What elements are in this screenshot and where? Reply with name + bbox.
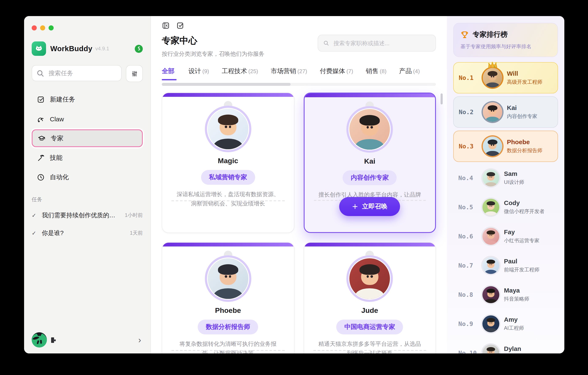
leaderboard-panel: 专家排行榜 基于专家使用频率与好评率排名 No.1 Will高级开发工程师 No… xyxy=(447,16,564,353)
leaderboard-role: 数据分析报告师 xyxy=(507,147,542,154)
vertical-scrollbar-thumb[interactable] xyxy=(441,93,443,104)
checkbox-icon xyxy=(37,95,45,103)
card-divider xyxy=(313,350,426,351)
tab-design[interactable]: 设计(9) xyxy=(189,67,209,80)
expert-card-jude[interactable]: Jude 中国电商运营专家 精通天猫京东拼多多等平台运营，从选品到爆款一站式操盘 xyxy=(304,242,436,353)
leaderboard-role: AI工程师 xyxy=(504,325,524,332)
card-pin xyxy=(366,251,374,259)
expert-role-badge: 中国电商运营专家 xyxy=(336,320,403,334)
sidebar-nav: 新建任务 Claw 专家 技能 自动化 xyxy=(32,90,143,186)
tab-paid-media[interactable]: 付费媒体(7) xyxy=(320,67,353,80)
rank-label: No.1 xyxy=(459,74,478,81)
leaderboard-avatar xyxy=(483,228,499,245)
card-divider xyxy=(171,350,284,351)
page-subtitle: 按行业分类浏览专家，召唤他们为你服务 xyxy=(162,50,264,58)
tab-engineering[interactable]: 工程技术(25) xyxy=(222,67,258,80)
zoom-button[interactable] xyxy=(49,25,54,31)
leaderboard-role: 内容创作专家 xyxy=(507,113,537,120)
task-search-input[interactable] xyxy=(48,69,117,77)
leaderboard-row-8[interactable]: No.8 Maya抖音策略师 xyxy=(453,282,558,308)
tab-product[interactable]: 产品(4) xyxy=(399,67,420,80)
rank-label: No.9 xyxy=(458,320,478,327)
filter-button[interactable] xyxy=(126,65,143,82)
expert-name: Kai xyxy=(304,157,435,166)
rank-label: No.10 xyxy=(458,350,478,353)
leaderboard-row-10[interactable]: No.10 Dylan高级项目经理 xyxy=(453,340,558,353)
rank-label: No.2 xyxy=(459,109,478,115)
expert-card-phoebe[interactable]: Phoebe 数据分析报告师 将复杂数据转化为清晰可执行的业务报告，让数据驱动决… xyxy=(162,242,294,353)
sidebar-footer: › xyxy=(32,332,143,348)
expand-chevron-icon[interactable]: › xyxy=(137,335,143,345)
sidebar-item-experts[interactable]: 专家 xyxy=(32,129,143,147)
tasks-checkbox-icon[interactable] xyxy=(176,22,184,30)
main-toolbar xyxy=(162,16,436,30)
close-button[interactable] xyxy=(32,25,37,31)
horizontal-scrollbar-thumb[interactable] xyxy=(162,83,291,86)
leaderboard-name: Dylan xyxy=(504,345,534,352)
expert-card-kai[interactable]: Kai 内容创作专家 擅长创作引人入胜的多平台内容，让品牌故事触达目标受众 立即… xyxy=(304,93,436,233)
leaderboard-row-4[interactable]: No.4 SamUI设计师 xyxy=(453,165,558,191)
graduation-cap-icon xyxy=(38,134,46,142)
leaderboard-name: Will xyxy=(507,70,542,77)
leaderboard-name: Amy xyxy=(504,316,524,323)
expert-search-field[interactable] xyxy=(318,35,436,52)
clock-icon xyxy=(37,173,45,181)
task-search-field[interactable] xyxy=(32,65,122,81)
window-controls xyxy=(32,16,143,31)
leaderboard-avatar xyxy=(483,286,499,303)
tab-all[interactable]: 全部 xyxy=(162,67,176,80)
search-icon xyxy=(323,40,329,46)
horizontal-scrollbar xyxy=(162,83,436,86)
leaderboard-row-6[interactable]: No.6 Fay小红书运营专家 xyxy=(453,223,558,249)
leaderboard-row-7[interactable]: No.7 Paul前端开发工程师 xyxy=(453,252,558,279)
expert-avatar xyxy=(349,258,390,299)
card-divider xyxy=(171,200,284,201)
card-pin xyxy=(366,101,374,110)
expert-card-magic[interactable]: Magic 私域营销专家 深谙私域运营增长，盘活现有数据资源、洞察营销机会、实现… xyxy=(162,93,294,233)
expert-description: 将复杂数据转化为清晰可执行的业务报告，让数据驱动决策 xyxy=(174,340,282,353)
plus-icon xyxy=(352,203,358,210)
leaderboard-role: 微信小程序开发者 xyxy=(504,208,545,215)
task-row[interactable]: ✓ 你是谁? 1天前 xyxy=(32,225,143,241)
task-time: 1天前 xyxy=(130,229,143,237)
leaderboard-subtitle: 基于专家使用频率与好评率排名 xyxy=(461,43,551,50)
leaderboard-role: 高级开发工程师 xyxy=(507,79,542,86)
main-panel: 专家中心 按行业分类浏览专家，召唤他们为你服务 全部 设计(9) 工程技术(25… xyxy=(151,16,447,353)
task-row[interactable]: ✓ 我们需要持续创作优质的关于... 1小时前 xyxy=(32,208,143,223)
search-icon xyxy=(36,69,44,77)
leaderboard-avatar xyxy=(483,315,499,332)
nav-label: 专家 xyxy=(51,134,63,142)
sidebar-item-automation[interactable]: 自动化 xyxy=(32,168,143,186)
leaderboard-row-2[interactable]: No.2 Kai内容创作专家 xyxy=(453,96,558,128)
leaderboard-avatar xyxy=(483,199,499,216)
nav-label: 自动化 xyxy=(50,173,69,181)
tab-sales[interactable]: 销售(8) xyxy=(366,67,387,80)
leaderboard-row-9[interactable]: No.9 AmyAI工程师 xyxy=(453,311,558,337)
expert-name: Magic xyxy=(162,157,294,165)
check-icon: ✓ xyxy=(32,230,38,236)
card-pin xyxy=(224,101,232,110)
leaderboard-row-3[interactable]: No.3 Phoebe数据分析报告师 xyxy=(453,131,558,162)
leaderboard-row-5[interactable]: No.5 Cody微信小程序开发者 xyxy=(453,194,558,220)
sidebar-item-skills[interactable]: 技能 xyxy=(32,149,143,166)
expert-card-grid: Magic 私域营销专家 深谙私域运营增长，盘活现有数据资源、洞察营销机会、实现… xyxy=(162,93,436,353)
expert-search-input[interactable] xyxy=(333,40,430,47)
leaderboard-name: Maya xyxy=(504,287,529,294)
sidebar-item-claw[interactable]: Claw xyxy=(32,110,143,128)
task-title: 你是谁? xyxy=(42,229,126,237)
nav-label: Claw xyxy=(50,115,64,122)
summon-button[interactable]: 立即召唤 xyxy=(339,197,400,216)
task-list: ✓ 我们需要持续创作优质的关于... 1小时前 ✓ 你是谁? 1天前 xyxy=(32,208,143,241)
collapse-sidebar-icon[interactable] xyxy=(162,22,170,30)
user-avatar[interactable] xyxy=(32,332,47,348)
expert-role-badge: 数据分析报告师 xyxy=(198,320,258,334)
leaderboard-row-1[interactable]: No.1 Will高级开发工程师 xyxy=(453,62,558,93)
minimize-button[interactable] xyxy=(40,25,45,31)
expert-role-badge: 内容创作专家 xyxy=(343,170,397,185)
user-name-glyph xyxy=(51,337,56,343)
rank-label: No.4 xyxy=(458,175,478,181)
tab-marketing[interactable]: 市场营销(27) xyxy=(271,67,307,80)
sidebar-item-new-task[interactable]: 新建任务 xyxy=(32,90,143,108)
leaderboard-role: UI设计师 xyxy=(504,179,524,186)
card-accent-bar xyxy=(304,93,435,97)
